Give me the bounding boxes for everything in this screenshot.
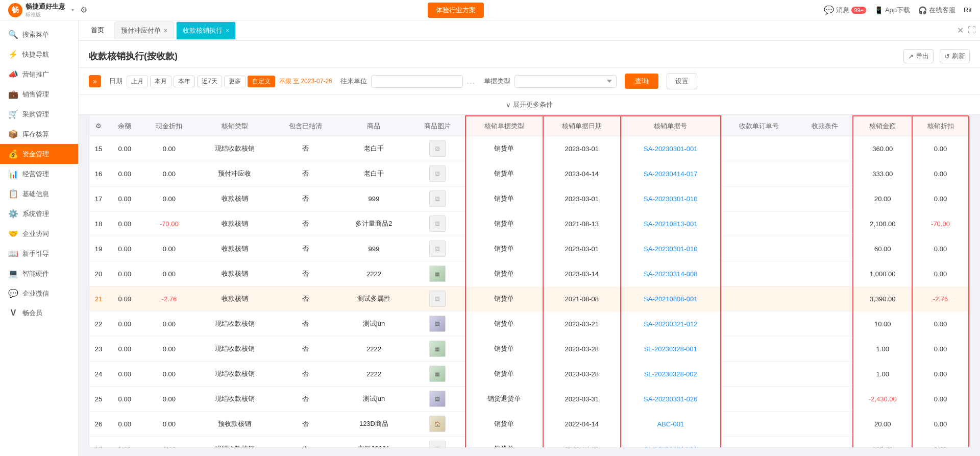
table-cell[interactable]: SA-20210808-001 bbox=[621, 286, 721, 311]
sidebar-label-sales: 销售管理 bbox=[22, 90, 49, 99]
table-cell bbox=[721, 437, 798, 448]
basicinfo-icon: 📋 bbox=[8, 189, 18, 199]
tab-verify-close[interactable]: × bbox=[226, 27, 229, 34]
table-cell bbox=[721, 236, 798, 261]
table-cell: 0.00 bbox=[912, 186, 969, 211]
table-wrapper: ⚙ 余额 现金折扣 核销类型 包含已结清 商品 商品图片 核销单据类型 核销单据… bbox=[89, 115, 970, 448]
sidebar-item-collab[interactable]: 🤝 企业协同 bbox=[0, 224, 78, 244]
sidebar-item-finance[interactable]: 💰 资金管理 bbox=[0, 144, 78, 164]
sidebar-item-basicinfo[interactable]: 📋 基础信息 bbox=[0, 184, 78, 204]
doc-type-select[interactable] bbox=[514, 75, 617, 88]
table-cell[interactable]: SL-20230408-001 bbox=[621, 437, 721, 448]
table-row: 150.000.00现结收款核销否老白干🖼销货单2023-03-01SA-202… bbox=[89, 136, 969, 161]
th-product: 商品 bbox=[338, 116, 410, 136]
table-cell: 0.00 bbox=[142, 311, 197, 337]
sidebar-item-search[interactable]: 🔍 搜索菜单 bbox=[0, 25, 78, 44]
table-cell[interactable]: SA-20230301-001 bbox=[621, 136, 721, 161]
sidebar-item-purchase[interactable]: 🛒 采购管理 bbox=[0, 104, 78, 124]
table-cell[interactable]: SL-20230328-001 bbox=[621, 337, 721, 362]
table-cell bbox=[797, 412, 853, 437]
sidebar-item-quicknav[interactable]: ⚡ 快捷导航 bbox=[0, 44, 78, 64]
online-service-label: 在线客服 bbox=[929, 6, 955, 15]
product-image-cell: 🖼 bbox=[409, 161, 465, 186]
table-cell[interactable]: SA-20210813-001 bbox=[621, 211, 721, 236]
tab-home[interactable]: 首页 bbox=[83, 21, 112, 40]
table-cell: 0.00 bbox=[108, 387, 142, 412]
refresh-label: 刷新 bbox=[952, 52, 965, 61]
gear-icon[interactable]: ⚙ bbox=[80, 5, 87, 15]
query-button[interactable]: 查询 bbox=[625, 74, 658, 89]
th-settings[interactable]: ⚙ bbox=[89, 116, 108, 136]
table-cell: 2222 bbox=[338, 362, 410, 387]
solution-button[interactable]: 体验行业方案 bbox=[428, 3, 484, 18]
settings-button[interactable]: 设置 bbox=[667, 73, 697, 89]
member-icon: V bbox=[8, 308, 18, 318]
message-area[interactable]: 💬 消息 99+ bbox=[824, 5, 866, 15]
app-download-area[interactable]: 📱 App下载 bbox=[874, 6, 910, 15]
brand-dropdown-icon[interactable]: ▾ bbox=[71, 7, 74, 13]
table-cell: -70.00 bbox=[142, 211, 197, 236]
table-cell: 0.00 bbox=[912, 362, 969, 387]
table-cell: 销货单 bbox=[465, 211, 543, 236]
table-cell[interactable]: SA-20230414-017 bbox=[621, 161, 721, 186]
date-btn-last-month[interactable]: 上月 bbox=[127, 76, 148, 87]
table-cell[interactable]: SL-20230328-002 bbox=[621, 362, 721, 387]
row-number: 24 bbox=[89, 362, 108, 387]
table-cell: 2222 bbox=[338, 337, 410, 362]
table-cell: 20.00 bbox=[853, 412, 912, 437]
user-name[interactable]: Rit bbox=[964, 6, 972, 14]
sidebar-item-hardware[interactable]: 💻 智能硬件 bbox=[0, 263, 78, 283]
table-cell: 0.00 bbox=[912, 337, 969, 362]
sidebar-item-sysadmin[interactable]: ⚙️ 系统管理 bbox=[0, 204, 78, 224]
table-cell bbox=[797, 311, 853, 337]
online-service-area[interactable]: 🎧 在线客服 bbox=[918, 6, 955, 15]
export-button[interactable]: ↗ 导出 bbox=[903, 49, 934, 63]
table-cell: 否 bbox=[273, 161, 338, 186]
date-btn-more[interactable]: 更多 bbox=[224, 76, 246, 87]
table-cell[interactable]: SA-20230314-008 bbox=[621, 261, 721, 286]
table-cell[interactable]: SA-20230301-010 bbox=[621, 186, 721, 211]
sidebar-item-member[interactable]: V 畅会员 bbox=[0, 303, 78, 323]
table-cell[interactable]: ABC-001 bbox=[621, 412, 721, 437]
filter-expand-button[interactable]: » bbox=[89, 75, 101, 87]
top-bar-left: 畅 畅捷通好生意 标准版 ▾ ⚙ bbox=[8, 2, 87, 18]
table-cell: 销货单 bbox=[465, 261, 543, 286]
product-image-cell: 🏠 bbox=[409, 412, 465, 437]
sidebar-item-marketing[interactable]: 📣 营销推广 bbox=[0, 64, 78, 84]
table-cell: 否 bbox=[273, 412, 338, 437]
table-cell bbox=[721, 337, 798, 362]
table-cell: -70.00 bbox=[912, 211, 969, 236]
table-cell: 0.00 bbox=[142, 261, 197, 286]
expand-more-button[interactable]: ∨ 展开更多条件 bbox=[500, 98, 559, 111]
sidebar-item-sales[interactable]: 💼 销售管理 bbox=[0, 84, 78, 104]
date-btn-7days[interactable]: 近7天 bbox=[197, 76, 222, 87]
table-cell: 2222 bbox=[338, 261, 410, 286]
date-btn-this-month[interactable]: 本月 bbox=[150, 76, 172, 87]
sidebar-label-operations: 经营管理 bbox=[22, 170, 49, 179]
sidebar-item-wechat[interactable]: 💬 企业微信 bbox=[0, 283, 78, 303]
window-close-icon[interactable]: ✕ bbox=[957, 26, 964, 35]
refresh-button[interactable]: ↺ 刷新 bbox=[940, 49, 970, 63]
tab-prepay[interactable]: 预付冲应付单 × bbox=[114, 21, 174, 39]
sidebar-item-inventory[interactable]: 📦 库存核算 bbox=[0, 124, 78, 144]
table-cell: 0.00 bbox=[142, 236, 197, 261]
date-btn-this-year[interactable]: 本年 bbox=[174, 76, 195, 87]
table-cell bbox=[721, 286, 798, 311]
table-cell: 老白干 bbox=[338, 161, 410, 186]
window-maximize-icon[interactable]: ⛶ bbox=[968, 26, 976, 35]
page-header: 收款核销执行(按收款) ↗ 导出 ↺ 刷新 bbox=[79, 41, 980, 68]
table-cell[interactable]: SA-20230301-010 bbox=[621, 236, 721, 261]
from-unit-input[interactable] bbox=[371, 75, 463, 88]
sidebar-label-purchase: 采购管理 bbox=[22, 110, 49, 119]
tab-prepay-close[interactable]: × bbox=[164, 27, 167, 34]
table-cell[interactable]: SA-20230331-026 bbox=[621, 387, 721, 412]
table-cell: 0.00 bbox=[912, 387, 969, 412]
sidebar-item-guide[interactable]: 📖 新手引导 bbox=[0, 244, 78, 263]
table-area: ⚙ 余额 现金折扣 核销类型 包含已结清 商品 商品图片 核销单据类型 核销单据… bbox=[79, 115, 980, 456]
table-cell: 0.00 bbox=[108, 136, 142, 161]
table-cell[interactable]: SA-20230321-012 bbox=[621, 311, 721, 337]
tab-verify[interactable]: 收款核销执行 × bbox=[176, 21, 236, 39]
date-btn-custom[interactable]: 自定义 bbox=[248, 76, 275, 87]
row-number: 15 bbox=[89, 136, 108, 161]
sidebar-item-operations[interactable]: 📊 经营管理 bbox=[0, 164, 78, 184]
